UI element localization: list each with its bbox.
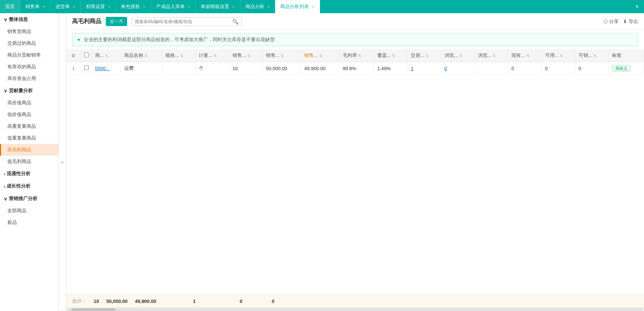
sidebar-item-low-margin[interactable]: 低毛利商品: [0, 156, 58, 167]
tab-purchase-order[interactable]: 进货单 ×: [50, 0, 80, 13]
close-all-tabs[interactable]: ×: [630, 0, 644, 13]
col-coverage[interactable]: 覆盖... ⇅: [374, 49, 408, 62]
export-button[interactable]: ⬇ 导出: [623, 18, 638, 25]
col-sales-qty[interactable]: 销售... ⇅: [229, 49, 263, 62]
col-browse1[interactable]: 浏览... ⇅: [441, 49, 475, 62]
col-gross-margin[interactable]: 毛利率 ⇅: [339, 49, 374, 62]
info-banner: ✦ 企业的主要的利润都是这部分商品创造的，可考虑加大推广，同时关注库存是不要出现…: [72, 33, 638, 46]
scroll-thumb[interactable]: [71, 308, 115, 311]
footer-sales-amount: 50,000.00: [106, 299, 127, 304]
sidebar-item-traded-goods[interactable]: 交易过的商品: [0, 37, 58, 49]
share-button[interactable]: ⬡ 分享: [604, 18, 619, 25]
row-saleable-stock: 0: [575, 62, 609, 75]
col-checkbox[interactable]: [81, 49, 92, 62]
sidebar-section-contribution[interactable]: ∨ 贡献量分析: [0, 84, 58, 97]
row-index: 1: [66, 62, 81, 75]
sidebar-item-new-goods[interactable]: 新品: [0, 217, 58, 228]
settings-icon[interactable]: ⚙: [71, 53, 76, 58]
tag-badge: 高收入: [612, 65, 631, 72]
row-spec: [162, 62, 196, 75]
tab-product-inbound[interactable]: 产成品入库单 ×: [151, 0, 195, 13]
row-tag: 高收入: [609, 62, 644, 75]
col-saleable-stock[interactable]: 可销... ⇅: [575, 49, 609, 62]
col-name[interactable]: 商品名称 ⇅: [121, 49, 162, 62]
row-sales-amount: 50,000.00: [263, 62, 301, 75]
sidebar-section-marketing[interactable]: ∨ 营销推广分析: [0, 192, 58, 205]
sidebar-item-high-value[interactable]: 高价值商品: [0, 97, 58, 109]
row-checkbox[interactable]: [84, 65, 89, 70]
scroll-track: [68, 308, 643, 311]
sidebar: ∨ 整体信息 销售货商品 交易过的商品 商品分贡献销率 有库存的商品 库存资金占…: [0, 13, 59, 311]
table-header-row: ⚙ 商... ⇅ 商品名称 ⇅: [66, 49, 644, 62]
sidebar-section-growth[interactable]: › 成长性分析: [0, 180, 58, 192]
tab-template-settings[interactable]: 单据模板设置 ×: [195, 0, 240, 13]
export-icon: ⬇: [623, 19, 627, 24]
row-current-stock: 0: [508, 62, 542, 75]
sidebar-item-high-margin[interactable]: 高毛利商品: [0, 144, 58, 156]
table-row: 1 0000... 运费 个 10 50,000.00 49,90: [66, 62, 644, 75]
close-tab-role-auth[interactable]: ×: [143, 4, 145, 9]
info-icon: ✦: [77, 37, 81, 43]
sidebar-section-liquidity[interactable]: › 流通性分析: [0, 167, 58, 180]
row-checkbox-cell[interactable]: [81, 62, 92, 75]
search-icon[interactable]: 🔍: [232, 19, 238, 25]
col-settings[interactable]: ⚙: [66, 49, 81, 62]
search-box[interactable]: 🔍: [132, 17, 242, 26]
close-tab-permission[interactable]: ×: [108, 4, 110, 9]
col-current-stock[interactable]: 现有... ⇅: [508, 49, 542, 62]
row-browse2: [475, 62, 508, 75]
col-sales-profit[interactable]: 销售... ⇅: [301, 49, 339, 62]
page-title: 高毛利商品: [72, 18, 101, 25]
col-sales-amount[interactable]: 销售... ⇅: [263, 49, 301, 62]
tab-sales-order[interactable]: 销售单 ×: [20, 0, 50, 13]
sidebar-section-overall[interactable]: ∨ 整体信息: [0, 13, 58, 26]
row-coverage: 1.49%: [374, 62, 408, 75]
footer-sales-profit: 49,900.00: [135, 299, 156, 304]
col-code[interactable]: 商... ⇅: [92, 49, 121, 62]
sidebar-item-high-repeat[interactable]: 高重复量商品: [0, 120, 58, 132]
filter-recent-month-button[interactable]: 近一月: [106, 17, 127, 26]
col-transactions[interactable]: 交易... ⇅: [408, 49, 441, 62]
content-area: 高毛利商品 近一月 🔍 ⬡ 分享 ⬇ 导出 ✦ 企业的主要的利润都是这部分商品创…: [66, 13, 644, 311]
data-table: ⚙ 商... ⇅ 商品名称 ⇅: [66, 49, 644, 75]
col-spec[interactable]: 规格... ⇅: [162, 49, 196, 62]
tab-home[interactable]: 首页: [0, 0, 20, 13]
tab-product-analysis[interactable]: 商品分析 ×: [240, 0, 275, 13]
sidebar-item-stock-capital[interactable]: 库存资金占用: [0, 73, 58, 84]
sidebar-item-contribution-rate[interactable]: 商品分贡献销率: [0, 49, 58, 61]
row-gross-margin: 99.8%: [339, 62, 374, 75]
horizontal-scrollbar[interactable]: [66, 307, 644, 311]
sidebar-item-low-repeat[interactable]: 低重复量商品: [0, 132, 58, 144]
col-unit[interactable]: 计量... ⇅: [196, 49, 229, 62]
close-tab-template[interactable]: ×: [232, 4, 234, 9]
col-tag[interactable]: 标签: [609, 49, 644, 62]
sidebar-item-low-value[interactable]: 低价值商品: [0, 109, 58, 120]
row-transactions: 1: [408, 62, 441, 75]
tab-role-auth[interactable]: 角色授权 ×: [116, 0, 151, 13]
sidebar-item-all-goods[interactable]: 全部商品: [0, 205, 58, 217]
footer-available-stock: 0: [272, 299, 274, 304]
sidebar-collapse-button[interactable]: ‹‹: [59, 13, 66, 311]
select-all-checkbox[interactable]: [84, 53, 89, 57]
footer-current-stock: 0: [240, 299, 242, 304]
close-tab-product-analysis-list[interactable]: ×: [312, 4, 314, 9]
tab-product-analysis-list[interactable]: 商品分析列表 ×: [275, 0, 320, 13]
top-nav: 首页 销售单 × 进货单 × 权限设置 × 角色授权 × 产成品入库单 × 单据…: [0, 0, 644, 13]
sidebar-item-sales-goods[interactable]: 销售货商品: [0, 26, 58, 37]
table-footer: 合计： 10 50,000.00 49,900.00 1 0 0: [66, 294, 644, 307]
close-tab-purchase-order[interactable]: ×: [73, 4, 75, 9]
row-available-stock: 0: [542, 62, 575, 75]
search-input[interactable]: [135, 19, 230, 24]
footer-transactions: 1: [193, 299, 195, 304]
col-browse2[interactable]: 浏览... ⇅: [475, 49, 508, 62]
close-tab-product-analysis[interactable]: ×: [267, 4, 270, 9]
header-actions: ⬡ 分享 ⬇ 导出: [604, 18, 638, 25]
row-browse1: 0: [441, 62, 475, 75]
tab-permission-settings[interactable]: 权限设置 ×: [81, 0, 116, 13]
row-name: 运费: [121, 62, 162, 75]
col-available-stock[interactable]: 可用... ⇅: [542, 49, 575, 62]
row-code[interactable]: 0000...: [92, 62, 121, 75]
close-tab-sales-order[interactable]: ×: [43, 4, 45, 9]
sidebar-item-stocked-goods[interactable]: 有库存的商品: [0, 61, 58, 73]
close-tab-product-inbound[interactable]: ×: [188, 4, 190, 9]
